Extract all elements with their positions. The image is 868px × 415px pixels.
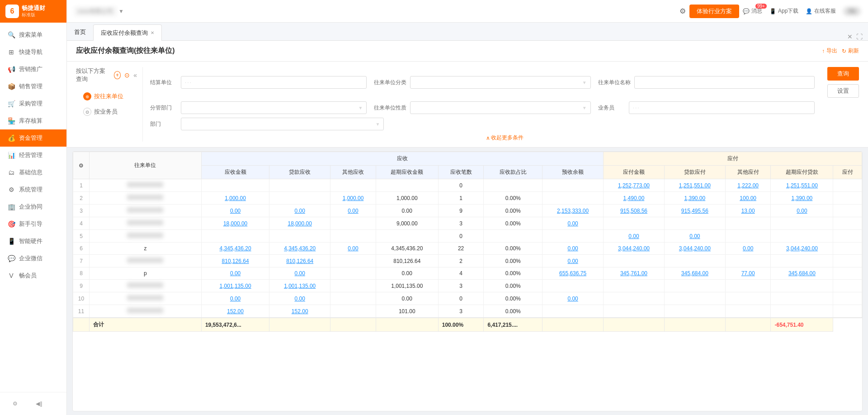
sidebar-item-member[interactable]: V 畅会员	[0, 267, 66, 284]
sidebar-item-wechat[interactable]: 💬 企业微信	[0, 250, 66, 267]
loan-receivable-cell[interactable]: 810,126.64	[269, 255, 330, 267]
other-receivable-cell[interactable]: 1,000.00	[330, 192, 376, 205]
sidebar-item-guide[interactable]: 🎯 新手引导	[0, 215, 66, 233]
export-btn[interactable]: ↑ 导出	[822, 47, 837, 55]
other-payable-cell[interactable]: 100.00	[725, 192, 771, 205]
nav-by-salesman[interactable]: ⊙ 按业务员	[76, 104, 137, 119]
settings-filter-btn[interactable]: 设置	[827, 84, 859, 98]
sidebar-item-search-menu[interactable]: 🔍 搜索菜单	[0, 26, 66, 43]
topbar-settings-icon[interactable]: ⚙	[679, 7, 686, 15]
other-payable-cell[interactable]: 13.00	[725, 205, 771, 217]
payable-amount-cell[interactable]: 1,490.00	[604, 192, 665, 205]
tab-home[interactable]: 首页	[67, 24, 93, 40]
user-avatar[interactable]: Rit	[843, 7, 861, 16]
receivable-amount-cell[interactable]: 152.00	[201, 305, 269, 318]
receivable-amount-cell[interactable]: 1,000.00	[201, 192, 269, 205]
payable-amount-cell[interactable]: 345,761.00	[604, 267, 665, 280]
partner-category-input[interactable]: ▼	[410, 76, 590, 89]
filter-target-icon[interactable]: ⊙	[124, 72, 130, 79]
advance-balance-cell[interactable]: 655,636.75	[542, 267, 604, 280]
tab-bar-close-icon[interactable]: ✕	[847, 33, 853, 40]
partner-nature-input[interactable]: ▼	[410, 101, 590, 114]
partner-name-input[interactable]	[634, 76, 815, 89]
breadcrumb-dropdown-icon[interactable]: ▼	[118, 8, 124, 14]
overdue-payable-cell[interactable]: 345,684.00	[771, 267, 833, 280]
payable-amount-cell[interactable]: 0.00	[604, 230, 665, 243]
receivable-amount-cell[interactable]: 0.00	[201, 292, 269, 305]
notification-btn[interactable]: 💬 消息 99+	[743, 7, 762, 15]
overdue-payable-cell[interactable]: 3,044,240.00	[771, 243, 833, 255]
advance-balance-cell[interactable]: 0.00	[542, 243, 604, 255]
sidebar-item-inventory[interactable]: 🏪 库存核算	[0, 112, 66, 129]
sidebar-item-quick-nav[interactable]: ⊞ 快捷导航	[0, 43, 66, 61]
loan-payable-cell[interactable]: 345,684.00	[664, 267, 725, 280]
payable-amount-cell[interactable]: 1,252,773.00	[604, 179, 665, 192]
payable-amount-cell[interactable]: 3,044,240.00	[604, 243, 665, 255]
sidebar-item-enterprise[interactable]: 🏢 企业协同	[0, 198, 66, 215]
online-service-btn[interactable]: 👤 在线客服	[806, 7, 836, 15]
loan-receivable-cell[interactable]: 4,345,436.20	[269, 243, 330, 255]
dept-input[interactable]: ▼	[181, 118, 384, 130]
sidebar-item-finance[interactable]: 💰 资金管理	[0, 129, 66, 147]
nav-by-partner[interactable]: ⊕ 按往来单位	[76, 89, 137, 104]
filter-collapse-btn[interactable]: ∧ 收起更多条件	[150, 134, 859, 142]
table-settings-icon[interactable]: ⚙	[79, 162, 84, 169]
receivable-amount-cell[interactable]: 810,126.64	[201, 255, 269, 267]
settlement-unit-input[interactable]: ···	[181, 76, 367, 89]
advance-balance-cell[interactable]: 0.00	[542, 255, 604, 267]
footer-advance-balance[interactable]: 6,417,215....	[484, 318, 542, 332]
dept-manager-input[interactable]: ▼	[181, 101, 367, 114]
query-btn[interactable]: 查询	[827, 67, 859, 81]
sidebar-item-operation[interactable]: 📊 经营管理	[0, 147, 66, 164]
sidebar-item-system[interactable]: ⚙ 系统管理	[0, 181, 66, 198]
filter-collapse-left-icon[interactable]: «	[133, 72, 137, 79]
sidebar-item-sales[interactable]: 📦 销售管理	[0, 78, 66, 95]
loan-payable-cell[interactable]: 915,495.56	[664, 205, 725, 217]
loan-receivable-cell[interactable]: 18,000.00	[269, 217, 330, 230]
payable-amount-cell[interactable]: 915,508.56	[604, 205, 665, 217]
receivable-amount-cell[interactable]: 1,001,135.00	[201, 280, 269, 292]
salesman-input[interactable]: ···	[629, 101, 815, 114]
sidebar-item-smart[interactable]: 📱 智能硬件	[0, 233, 66, 250]
other-payable-cell[interactable]: 1,222.00	[725, 179, 771, 192]
loan-receivable-cell[interactable]: 1,001,135.00	[269, 280, 330, 292]
overdue-payable-cell[interactable]: 1,251,551.00	[771, 179, 833, 192]
other-payable-cell[interactable]: 77.00	[725, 267, 771, 280]
loan-receivable-cell[interactable]: 0.00	[269, 292, 330, 305]
advance-balance-cell[interactable]: 0.00	[542, 217, 604, 230]
tab-close-icon[interactable]: ✕	[151, 30, 154, 35]
advance-balance-cell[interactable]: 0.00	[542, 292, 604, 305]
receivable-amount-cell[interactable]: 4,345,436.20	[201, 243, 269, 255]
overdue-payable-cell[interactable]: 0.00	[771, 205, 833, 217]
tab-balance-query[interactable]: 应收应付余额查询 ✕	[93, 24, 162, 41]
promo-btn[interactable]: 体验行业方案	[689, 5, 739, 18]
footer-receivable-total[interactable]: 19,553,472,6...	[201, 318, 269, 332]
loan-receivable-cell[interactable]: 152.00	[269, 305, 330, 318]
loan-payable-cell[interactable]: 0.00	[664, 230, 725, 243]
receivable-count-cell: 0	[438, 230, 484, 243]
sidebar-settings-btn[interactable]: ⚙	[5, 397, 25, 410]
receivable-amount-cell[interactable]: 0.00	[201, 267, 269, 280]
receivable-amount-cell[interactable]: 18,000.00	[201, 217, 269, 230]
table-container[interactable]: ⚙ 往来单位 应收 应付 应收金额 贷款应收 其他应收 超期应收金额 应收笔数	[72, 151, 863, 411]
sidebar-collapse-btn[interactable]: ◀‖	[28, 397, 50, 410]
other-receivable-cell[interactable]: 0.00	[330, 205, 376, 217]
advance-balance-cell[interactable]: 2,153,333.00	[542, 205, 604, 217]
app-download-btn[interactable]: 📱 App下载	[769, 7, 798, 15]
loan-payable-cell[interactable]: 1,251,551.00	[664, 179, 725, 192]
filter-add-btn[interactable]: +	[114, 71, 121, 79]
loan-receivable-cell[interactable]: 0.00	[269, 205, 330, 217]
tab-bar-expand-icon[interactable]: ⛶	[856, 33, 863, 40]
receivable-amount-cell[interactable]: 0.00	[201, 205, 269, 217]
loan-receivable-cell[interactable]: 0.00	[269, 267, 330, 280]
sidebar-item-purchase[interactable]: 🛒 采购管理	[0, 95, 66, 112]
other-payable-cell[interactable]: 0.00	[725, 243, 771, 255]
sidebar-item-basic[interactable]: 🗂 基础信息	[0, 164, 66, 181]
overdue-payable-cell[interactable]: 1,390.00	[771, 192, 833, 205]
loan-payable-cell[interactable]: 3,044,240.00	[664, 243, 725, 255]
sidebar-item-marketing[interactable]: 📢 营销推广	[0, 61, 66, 78]
other-receivable-cell[interactable]: 0.00	[330, 243, 376, 255]
refresh-btn[interactable]: ↻ 刷新	[842, 47, 859, 55]
loan-payable-cell[interactable]: 1,390.00	[664, 192, 725, 205]
col-settings[interactable]: ⚙	[73, 152, 90, 179]
